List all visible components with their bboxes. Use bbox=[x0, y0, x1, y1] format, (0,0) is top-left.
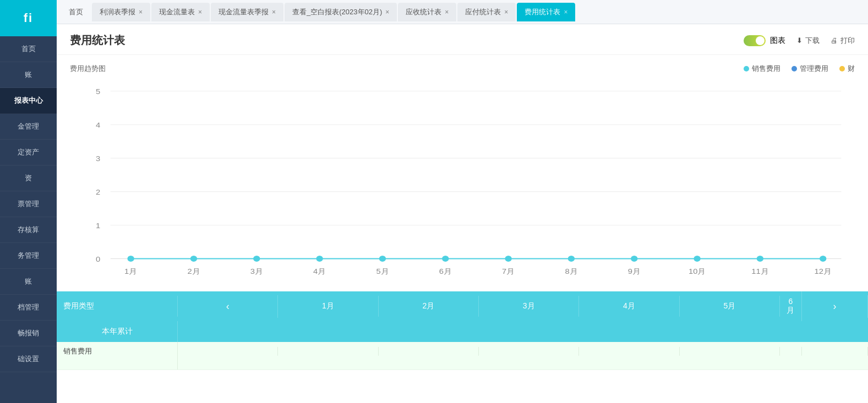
td-m5 bbox=[680, 347, 780, 356]
tab-blank-report[interactable]: 查看_空白报表(2023年02月) × bbox=[285, 3, 397, 21]
legend-finance: 财 bbox=[839, 64, 855, 74]
td-nav2-placeholder bbox=[802, 347, 868, 356]
table-section: 费用类型 ‹ 1月 2月 3月 4月 5月 bbox=[57, 291, 868, 403]
trend-chart: 0 1 2 3 4 5 1月 2月 3月 4月 5月 6月 7月 8月 9 bbox=[70, 79, 855, 283]
print-button[interactable]: 🖨 打印 bbox=[831, 36, 855, 46]
svg-text:12月: 12月 bbox=[815, 267, 832, 275]
print-icon: 🖨 bbox=[831, 36, 838, 45]
table-header: 费用类型 ‹ 1月 2月 3月 4月 5月 bbox=[57, 291, 868, 342]
tab-close-blank-report[interactable]: × bbox=[385, 8, 389, 16]
td-total bbox=[57, 361, 178, 369]
svg-text:9月: 9月 bbox=[628, 267, 641, 275]
legend-sales: 销售费用 bbox=[744, 64, 780, 74]
legend-dot-sales bbox=[744, 66, 749, 71]
th-m6: 6月 bbox=[780, 291, 802, 321]
sidebar: fi 首页 账 报表中心 金管理 定资产 资 票管理 存核算 务管理 账 档管理… bbox=[0, 0, 57, 403]
table-body: 销售费用 bbox=[57, 342, 868, 370]
tab-profit-quarterly[interactable]: 利润表季报 × bbox=[92, 3, 150, 21]
svg-text:1月: 1月 bbox=[124, 267, 137, 275]
sidebar-item-capital[interactable]: 资 bbox=[0, 165, 57, 191]
svg-point-32 bbox=[631, 256, 637, 262]
chart-toggle-label: 图表 bbox=[770, 36, 785, 46]
tab-close-profit-quarterly[interactable]: × bbox=[139, 8, 143, 16]
legend-label-sales: 销售费用 bbox=[752, 64, 780, 74]
tab-close-expense[interactable]: × bbox=[564, 8, 567, 16]
svg-text:2: 2 bbox=[96, 188, 100, 196]
th-nav-prev[interactable]: ‹ bbox=[178, 295, 278, 318]
tab-receivable[interactable]: 应收统计表 × bbox=[398, 3, 456, 21]
th-m5: 5月 bbox=[680, 296, 780, 317]
td-m6 bbox=[780, 347, 802, 356]
td-m2 bbox=[379, 347, 479, 356]
tab-home[interactable]: 首页 bbox=[61, 3, 91, 21]
sidebar-item-home[interactable]: 首页 bbox=[0, 36, 57, 62]
tab-close-receivable[interactable]: × bbox=[445, 8, 449, 16]
svg-point-35 bbox=[820, 256, 826, 262]
sidebar-item-inventory[interactable]: 存核算 bbox=[0, 217, 57, 243]
svg-point-24 bbox=[127, 256, 134, 262]
svg-text:3月: 3月 bbox=[250, 267, 263, 275]
sidebar-item-account[interactable]: 账 bbox=[0, 62, 57, 88]
tab-payable[interactable]: 应付统计表 × bbox=[457, 3, 516, 21]
main-content: 首页 利润表季报 × 现金流量表 × 现金流量表季报 × 查看_空白报表(202… bbox=[57, 0, 868, 403]
sidebar-item-cash[interactable]: 金管理 bbox=[0, 114, 57, 140]
sidebar-item-report-center[interactable]: 报表中心 bbox=[0, 88, 57, 114]
tab-bar: 首页 利润表季报 × 现金流量表 × 现金流量表季报 × 查看_空白报表(202… bbox=[57, 0, 868, 24]
svg-point-33 bbox=[694, 256, 700, 262]
th-type: 费用类型 bbox=[57, 296, 178, 317]
sidebar-item-reimbursement[interactable]: 畅报销 bbox=[0, 321, 57, 346]
legend-label-finance: 财 bbox=[848, 64, 855, 74]
tab-close-payable[interactable]: × bbox=[504, 8, 508, 16]
td-type: 销售费用 bbox=[57, 342, 178, 361]
td-m3 bbox=[479, 347, 579, 356]
page-title: 费用统计表 bbox=[70, 33, 125, 48]
svg-text:8月: 8月 bbox=[565, 267, 577, 275]
tab-cashflow-quarterly[interactable]: 现金流量表季报 × bbox=[211, 3, 283, 21]
svg-text:6月: 6月 bbox=[439, 267, 452, 275]
svg-point-28 bbox=[379, 256, 386, 262]
td-m1 bbox=[278, 347, 378, 356]
svg-text:4: 4 bbox=[96, 121, 100, 129]
sidebar-item-ledger[interactable]: 账 bbox=[0, 269, 57, 295]
sidebar-item-ticket[interactable]: 票管理 bbox=[0, 191, 57, 217]
svg-point-25 bbox=[190, 256, 197, 262]
chart-title: 费用趋势图 bbox=[70, 64, 855, 74]
svg-text:3: 3 bbox=[96, 154, 100, 163]
tab-close-cashflow[interactable]: × bbox=[198, 8, 202, 16]
sidebar-item-service[interactable]: 务管理 bbox=[0, 243, 57, 269]
content-area: 费用统计表 图表 ⬇ 下载 🖨 打印 费用趋势图 bbox=[57, 24, 868, 403]
svg-text:5: 5 bbox=[96, 87, 100, 96]
td-nav-placeholder bbox=[178, 347, 278, 356]
download-button[interactable]: ⬇ 下载 bbox=[796, 36, 820, 46]
chart-toggle[interactable] bbox=[744, 35, 766, 46]
sidebar-item-fixed-assets[interactable]: 定资产 bbox=[0, 140, 57, 165]
svg-text:2月: 2月 bbox=[187, 267, 200, 275]
svg-point-30 bbox=[505, 256, 511, 262]
th-total: 本年累计 bbox=[57, 321, 178, 342]
svg-point-34 bbox=[757, 256, 763, 262]
th-nav-next[interactable]: › bbox=[802, 295, 868, 318]
tab-cashflow[interactable]: 现金流量表 × bbox=[151, 3, 210, 21]
sidebar-item-settings[interactable]: 础设置 bbox=[0, 346, 57, 372]
tab-close-cashflow-quarterly[interactable]: × bbox=[272, 8, 276, 16]
svg-text:0: 0 bbox=[96, 255, 100, 263]
chart-legend: 销售费用 管理费用 财 bbox=[744, 64, 855, 74]
th-m4: 4月 bbox=[579, 296, 679, 317]
page-header: 费用统计表 图表 ⬇ 下载 🖨 打印 bbox=[57, 24, 868, 55]
chart-container: 0 1 2 3 4 5 1月 2月 3月 4月 5月 6月 7月 8月 9 bbox=[70, 79, 855, 283]
legend-label-admin: 管理费用 bbox=[800, 64, 828, 74]
svg-point-27 bbox=[316, 256, 323, 262]
tab-expense[interactable]: 费用统计表 × bbox=[517, 3, 575, 21]
svg-text:7月: 7月 bbox=[502, 267, 515, 275]
download-icon: ⬇ bbox=[796, 36, 803, 45]
header-actions: 图表 ⬇ 下载 🖨 打印 bbox=[744, 35, 855, 46]
th-m2: 2月 bbox=[379, 296, 479, 317]
td-m4 bbox=[579, 347, 679, 356]
svg-point-31 bbox=[568, 256, 575, 262]
chart-section: 费用趋势图 销售费用 管理费用 财 bbox=[57, 55, 868, 291]
svg-text:5月: 5月 bbox=[376, 267, 389, 275]
legend-admin: 管理费用 bbox=[791, 64, 828, 74]
sidebar-item-archive[interactable]: 档管理 bbox=[0, 295, 57, 321]
legend-dot-admin bbox=[791, 66, 797, 71]
svg-point-26 bbox=[253, 256, 260, 262]
